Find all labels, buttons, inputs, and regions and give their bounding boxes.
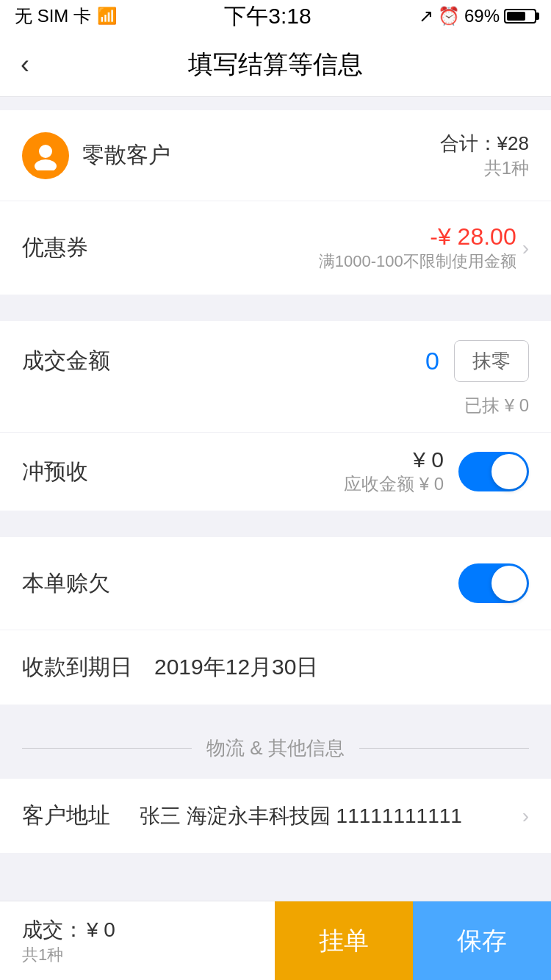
nav-bar: ‹ 填写结算等信息 <box>0 32 551 97</box>
due-date-label: 收款到期日 <box>22 652 132 682</box>
round-zero-button[interactable]: 抹零 <box>454 340 529 382</box>
transaction-amount-input[interactable] <box>127 347 439 375</box>
chevron-right-icon: › <box>522 237 529 260</box>
customer-row: 零散客户 合计：¥28 共1种 <box>0 110 551 201</box>
debt-label: 本单赊欠 <box>22 569 110 599</box>
due-date-value: 2019年12月30日 <box>154 652 318 682</box>
total-count: 共1种 <box>440 156 529 180</box>
customer-name: 零散客户 <box>82 140 170 170</box>
prepay-row: 冲预收 ¥ 0 应收金额 ¥ 0 <box>0 432 551 511</box>
customer-total: 合计：¥28 共1种 <box>440 131 529 180</box>
hang-order-button[interactable]: 挂单 <box>275 901 413 981</box>
transaction-right: 抹零 <box>127 340 529 382</box>
bottom-summary: 成交： ¥ 0 共1种 <box>0 916 275 966</box>
back-button[interactable]: ‹ <box>21 49 29 80</box>
bottom-bar: 成交： ¥ 0 共1种 挂单 保存 <box>0 901 551 980</box>
debt-toggle-knob <box>491 566 527 601</box>
status-left: 无 SIM 卡 📶 <box>15 4 117 28</box>
total-label: 合计：¥28 <box>440 131 529 156</box>
page-title: 填写结算等信息 <box>188 48 363 82</box>
alarm-icon: ⏰ <box>438 6 460 26</box>
wifi-icon: 📶 <box>97 7 117 26</box>
divider-2 <box>0 524 551 537</box>
divider-1 <box>0 308 551 321</box>
transaction-section: 成交金额 抹零 已抹 ¥ 0 冲预收 ¥ 0 应收金额 ¥ 0 <box>0 321 551 511</box>
logistics-divider: 物流 & 其他信息 <box>0 718 551 779</box>
debt-row: 本单赊欠 <box>0 537 551 630</box>
save-button[interactable]: 保存 <box>413 901 551 981</box>
carrier-text: 无 SIM 卡 <box>15 4 91 28</box>
address-section: 客户地址 张三 海淀永丰科技园 11111111111 › <box>0 779 551 853</box>
address-chevron-icon: › <box>522 804 529 828</box>
prepay-main-amount: ¥ 0 <box>344 447 444 472</box>
coupon-right: -¥ 28.00 满1000-100不限制使用金额 › <box>319 223 529 273</box>
svg-point-0 <box>39 145 52 158</box>
location-icon: ↗ <box>419 6 433 26</box>
svg-point-1 <box>35 159 57 170</box>
toggle-knob <box>491 454 527 489</box>
address-value: 张三 海淀永丰科技园 11111111111 <box>140 802 508 830</box>
bottom-count: 共1种 <box>22 944 253 966</box>
logistics-label: 物流 & 其他信息 <box>206 735 345 761</box>
coupon-desc: 满1000-100不限制使用金额 <box>319 251 516 273</box>
divider-line-right <box>359 748 529 749</box>
bottom-deal-label: 成交： <box>22 916 84 944</box>
divider-line-left <box>22 748 192 749</box>
prepay-toggle[interactable] <box>458 452 529 491</box>
debt-section: 本单赊欠 收款到期日 2019年12月30日 <box>0 537 551 705</box>
address-row[interactable]: 客户地址 张三 海淀永丰科技园 11111111111 › <box>0 779 551 853</box>
prepay-amounts: ¥ 0 应收金额 ¥ 0 <box>344 447 444 496</box>
coupon-label: 优惠券 <box>22 233 88 263</box>
coupon-discount: -¥ 28.00 <box>319 223 516 251</box>
bottom-deal-amount: ¥ 0 <box>87 918 115 942</box>
prepay-sub-amount: 应收金额 ¥ 0 <box>344 472 444 496</box>
debt-toggle[interactable] <box>458 563 529 603</box>
battery-icon <box>504 9 536 24</box>
coupon-row[interactable]: 优惠券 -¥ 28.00 满1000-100不限制使用金额 › <box>0 201 551 295</box>
status-bar: 无 SIM 卡 📶 下午3:18 ↗ ⏰ 69% <box>0 0 551 32</box>
customer-section: 零散客户 合计：¥28 共1种 优惠券 -¥ 28.00 满1000-100不限… <box>0 110 551 295</box>
transaction-label: 成交金额 <box>22 346 110 376</box>
due-date-row: 收款到期日 2019年12月30日 <box>0 630 551 705</box>
status-right: ↗ ⏰ 69% <box>419 6 536 26</box>
transaction-sub-text: 已抹 ¥ 0 <box>0 394 551 432</box>
avatar <box>22 132 69 179</box>
status-time: 下午3:18 <box>224 1 311 32</box>
address-label: 客户地址 <box>22 801 110 831</box>
customer-left: 零散客户 <box>22 132 170 179</box>
prepay-label: 冲预收 <box>22 457 88 487</box>
transaction-row: 成交金额 抹零 <box>0 321 551 394</box>
coupon-info: -¥ 28.00 满1000-100不限制使用金额 <box>319 223 516 273</box>
battery-percent: 69% <box>464 6 500 26</box>
